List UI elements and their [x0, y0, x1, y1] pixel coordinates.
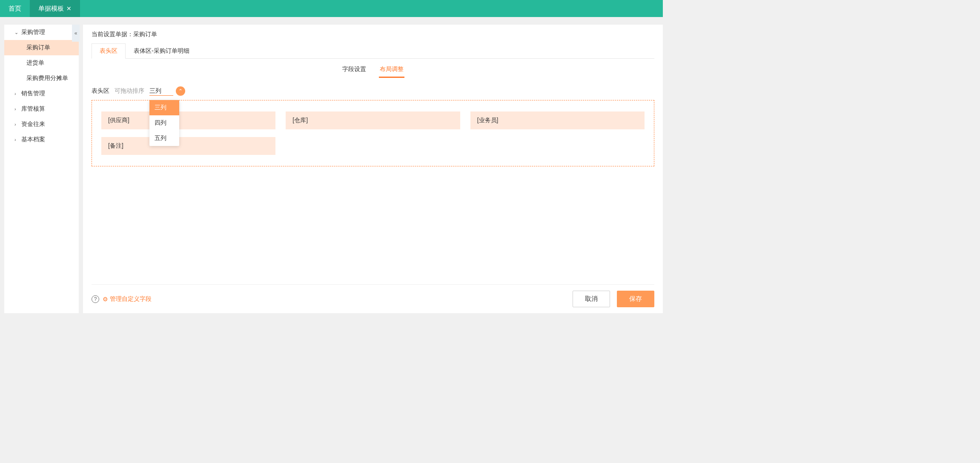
dropdown-option-4col[interactable]: 四列: [149, 115, 179, 131]
chevron-up-icon: ⌃: [178, 88, 183, 94]
field-label: [供应商]: [108, 117, 129, 123]
subtab-layout-adjust[interactable]: 布局调整: [379, 64, 404, 78]
sidebar: « ⌄ 采购管理 采购订单 进货单 采购费用分摊单 › 销售管理 › 库管核算 …: [4, 25, 79, 313]
custom-fields-label: 管理自定义字段: [110, 295, 152, 303]
sidebar-item-cost-allocation[interactable]: 采购费用分摊单: [4, 71, 79, 86]
chevron-right-icon: ›: [14, 122, 19, 127]
area-tab-header[interactable]: 表头区: [92, 43, 126, 59]
layout-hint: 可拖动排序: [115, 87, 144, 95]
dropdown-option-label: 五列: [155, 134, 166, 141]
sidebar-group-label: 库管核算: [21, 105, 45, 113]
current-doc-value: 采购订单: [133, 31, 157, 37]
sidebar-group-sales[interactable]: › 销售管理: [4, 86, 79, 101]
sidebar-group-label: 资金往来: [21, 120, 45, 128]
column-select-input[interactable]: [149, 87, 173, 96]
footer-left: ? ⚙ 管理自定义字段: [92, 295, 152, 303]
sidebar-item-label: 进货单: [26, 59, 44, 67]
subtab-label: 字段设置: [342, 66, 366, 72]
chevron-left-icon: «: [75, 30, 77, 36]
field-label: [仓库]: [292, 117, 308, 123]
dropdown-option-label: 三列: [155, 104, 166, 111]
content: 当前设置单据：采购订单 表头区 表体区-采购订单明细 字段设置 布局调整 表头区…: [83, 25, 663, 313]
tab-template[interactable]: 单据模板 ✕: [30, 0, 80, 17]
area-tabs: 表头区 表体区-采购订单明细: [92, 43, 654, 59]
gear-icon: ⚙: [103, 296, 108, 303]
sidebar-group-label: 基本档案: [21, 136, 45, 143]
top-tabs: 首页 单据模板 ✕: [0, 0, 663, 17]
manage-custom-fields-link[interactable]: ⚙ 管理自定义字段: [103, 295, 152, 303]
field-supplier[interactable]: [供应商]: [101, 111, 275, 129]
sidebar-group-purchase[interactable]: ⌄ 采购管理: [4, 25, 79, 40]
area-tab-body-label: 表体区-采购订单明细: [134, 47, 189, 54]
sidebar-group-inventory[interactable]: › 库管核算: [4, 101, 79, 117]
subtab-field-setting[interactable]: 字段设置: [341, 64, 367, 78]
column-select: ⌃ 三列 四列 五列: [149, 86, 185, 96]
layout-controls: 表头区 可拖动排序 ⌃ 三列 四列 五列: [92, 86, 654, 96]
save-button[interactable]: 保存: [617, 291, 654, 307]
sidebar-group-basic[interactable]: › 基本档案: [4, 132, 79, 147]
sidebar-group-label: 销售管理: [21, 90, 45, 97]
column-dropdown: 三列 四列 五列: [149, 100, 179, 146]
chevron-right-icon: ›: [14, 106, 19, 111]
footer: ? ⚙ 管理自定义字段 取消 保存: [92, 284, 654, 313]
help-icon[interactable]: ?: [92, 295, 99, 303]
sidebar-item-label: 采购费用分摊单: [26, 74, 68, 82]
sidebar-item-purchase-order[interactable]: 采购订单: [4, 40, 79, 55]
field-label: [业务员]: [477, 117, 499, 123]
save-label: 保存: [629, 295, 642, 302]
main-layout: « ⌄ 采购管理 采购订单 进货单 采购费用分摊单 › 销售管理 › 库管核算 …: [0, 17, 663, 313]
chevron-right-icon: ›: [14, 91, 19, 96]
field-salesperson[interactable]: [业务员]: [470, 111, 645, 129]
layout-area-label: 表头区: [92, 87, 109, 95]
tab-template-label: 单据模板: [38, 5, 64, 13]
area-tab-header-label: 表头区: [100, 47, 117, 54]
tab-home-label: 首页: [9, 5, 21, 13]
sidebar-item-receipt[interactable]: 进货单: [4, 55, 79, 71]
subtab-label: 布局调整: [380, 66, 404, 72]
chevron-down-icon: ⌄: [14, 30, 19, 35]
sidebar-group-funds[interactable]: › 资金往来: [4, 117, 79, 132]
cancel-button[interactable]: 取消: [573, 291, 610, 307]
field-remark[interactable]: [备注]: [101, 137, 275, 155]
sidebar-group-label: 采购管理: [21, 29, 45, 36]
dropdown-option-5col[interactable]: 五列: [149, 131, 179, 146]
current-doc-label: 当前设置单据：: [92, 31, 133, 37]
current-doc: 当前设置单据：采购订单: [92, 31, 654, 38]
field-label: [备注]: [108, 142, 123, 149]
sidebar-collapse-button[interactable]: «: [72, 25, 80, 42]
column-select-toggle[interactable]: ⌃: [176, 86, 185, 96]
field-warehouse[interactable]: [仓库]: [286, 111, 460, 129]
chevron-right-icon: ›: [14, 137, 19, 142]
cancel-label: 取消: [585, 295, 598, 302]
dropdown-option-3col[interactable]: 三列: [149, 100, 179, 115]
sidebar-item-label: 采购订单: [26, 44, 50, 51]
area-tab-body[interactable]: 表体区-采购订单明细: [126, 43, 198, 59]
tab-home[interactable]: 首页: [0, 0, 30, 17]
close-icon[interactable]: ✕: [66, 5, 72, 12]
subtabs: 字段设置 布局调整: [92, 59, 654, 81]
dropdown-option-label: 四列: [155, 119, 166, 126]
footer-right: 取消 保存: [573, 291, 654, 307]
